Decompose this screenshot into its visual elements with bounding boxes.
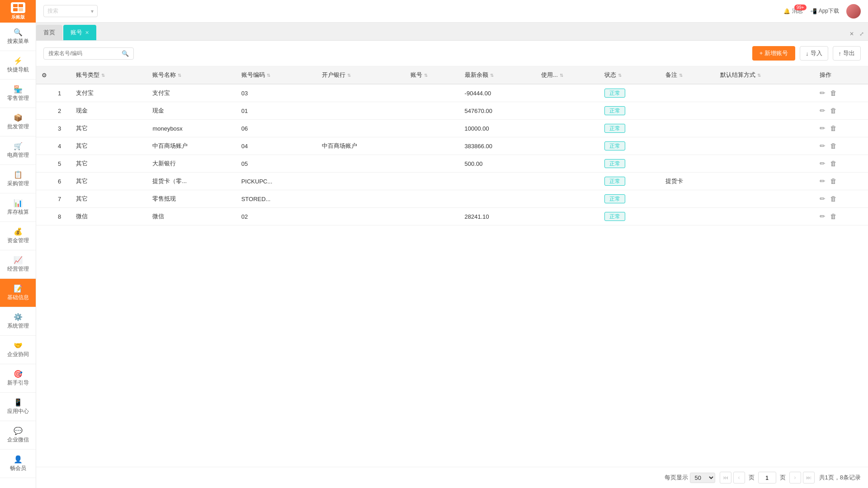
page-number-input[interactable] [758,472,776,483]
th-account-code[interactable]: 账号编码⇅ [236,66,316,84]
delete-icon[interactable]: 🗑 [830,160,837,168]
delete-icon[interactable]: 🗑 [830,107,837,115]
cell-account-name: 支付宝 [147,84,236,102]
th-usage[interactable]: 使用...⇅ [536,66,599,84]
search-input[interactable] [48,50,119,56]
sidebar-item-wholesale-mgmt[interactable]: 📦 批发管理 [0,108,36,136]
cell-default-settlement [715,173,814,190]
edit-icon[interactable]: ✏ [820,142,826,150]
delete-icon[interactable]: 🗑 [830,142,837,150]
edit-icon[interactable]: ✏ [820,107,826,115]
export-button[interactable]: ↑ 导出 [833,46,861,61]
tab-account-close[interactable]: ✕ [85,30,89,36]
edit-icon[interactable]: ✏ [820,89,826,97]
th-bank[interactable]: 开户银行⇅ [316,66,405,84]
table-row: 2 现金 现金 01 547670.00 正常 ✏ 🗑 [36,102,868,120]
table-row: 6 其它 提货卡（零... PICKUPC... 正常 提货卡 ✏ 🗑 [36,173,868,190]
delete-icon[interactable]: 🗑 [830,124,837,132]
sidebar-item-search-menu[interactable]: 🔍 搜索菜单 [0,23,36,51]
sidebar-item-system-mgmt[interactable]: ⚙️ 系统管理 [0,307,36,336]
svg-rect-1 [19,4,23,7]
cell-status: 正常 [599,137,660,155]
cell-action: ✏ 🗑 [814,190,868,208]
cell-account-name: 微信 [147,208,236,225]
cell-status: 正常 [599,190,660,208]
sidebar-item-enterprise-wechat[interactable]: 💬 企业微信 [0,421,36,450]
tab-home[interactable]: 首页 [36,25,62,40]
cell-account-code: 06 [236,120,316,137]
search-input-wrap[interactable]: 🔍 [43,47,134,60]
th-status[interactable]: 状态⇅ [599,66,660,84]
edit-icon[interactable]: ✏ [820,177,826,185]
cell-usage [536,155,599,173]
content-area: 🔍 + 新增账号 ↓ 导入 ↑ 导出 ⚙ [36,41,868,488]
cell-settings [36,102,52,120]
edit-icon[interactable]: ✏ [820,124,826,132]
page-label: 页 [749,474,755,482]
cell-balance: 383866.00 [459,137,536,155]
avatar[interactable] [846,4,861,19]
cell-usage [536,84,599,102]
sidebar-item-operations-mgmt[interactable]: 📈 经营管理 [0,250,36,279]
cell-remark: 提货卡 [660,173,715,190]
cell-settings [36,208,52,225]
cell-account-name: 现金 [147,102,236,120]
edit-icon[interactable]: ✏ [820,195,826,203]
page-first-btn[interactable]: ⏮ [720,472,731,483]
window-close-btn[interactable]: ✕ [847,29,856,38]
import-icon: ↓ [806,50,809,57]
cell-account-code: 04 [236,137,316,155]
sidebar-item-enterprise-agreement[interactable]: 🤝 企业协同 [0,336,36,364]
sidebar-item-member[interactable]: 👤 畅会员 [0,450,36,478]
delete-icon[interactable]: 🗑 [830,195,837,203]
page-size-dropdown[interactable]: 50 10 20 100 [690,473,715,483]
table-row: 5 其它 大新银行 05 500.00 正常 ✏ 🗑 [36,155,868,173]
page-next-btn[interactable]: › [789,472,801,483]
cell-status: 正常 [599,84,660,102]
edit-icon[interactable]: ✏ [820,160,826,168]
app-center-icon: 📱 [14,398,23,407]
add-account-button[interactable]: + 新增账号 [752,46,795,61]
th-remark[interactable]: 备注⇅ [660,66,715,84]
sidebar-item-retail-mgmt[interactable]: 🏪 零售管理 [0,80,36,108]
cell-status: 正常 [599,208,660,225]
delete-icon[interactable]: 🗑 [830,177,837,185]
page-prev-btn[interactable]: ‹ [733,472,745,483]
th-default-settlement[interactable]: 默认结算方式⇅ [715,66,814,84]
cell-settings [36,84,52,102]
th-balance[interactable]: 最新余额⇅ [459,66,536,84]
topbar-dropdown-icon[interactable]: ▾ [91,8,94,14]
th-account-no[interactable]: 账号⇅ [405,66,459,84]
sidebar-item-ecommerce-mgmt[interactable]: 🛒 电商管理 [0,136,36,165]
tab-account[interactable]: 账号 ✕ [63,25,96,40]
sidebar-item-inventory-calc[interactable]: 📊 库存核算 [0,193,36,222]
search-menu-icon: 🔍 [14,28,23,37]
msg-button[interactable]: 🔔 消息 99+ [783,7,803,15]
th-settings[interactable]: ⚙ [36,66,52,84]
cell-usage [536,208,599,225]
th-account-name[interactable]: 账号名称⇅ [147,66,236,84]
delete-icon[interactable]: 🗑 [830,89,837,97]
th-account-type[interactable]: 账号类型⇅ [71,66,147,84]
delete-icon[interactable]: 🗑 [830,212,837,221]
topbar-search[interactable]: 搜索 ▾ [43,5,98,17]
sidebar-item-app-center[interactable]: 📱 应用中心 [0,393,36,421]
window-expand-btn[interactable]: ⤢ [857,29,866,38]
sidebar-item-basic-info[interactable]: 📝 基础信息 [0,279,36,307]
page-last-btn[interactable]: ⏭ [803,472,815,483]
sidebar-item-purchase-mgmt[interactable]: 📋 采购管理 [0,165,36,193]
table-row: 3 其它 moneybosx 06 10000.00 正常 ✏ 🗑 [36,120,868,137]
cell-action: ✏ 🗑 [814,102,868,120]
th-index [52,66,71,84]
edit-icon[interactable]: ✏ [820,212,826,221]
app-download-button[interactable]: 📲 App下载 [810,7,839,15]
import-button[interactable]: ↓ 导入 [800,46,828,61]
wholesale-icon: 📦 [14,113,23,122]
cell-default-settlement [715,155,814,173]
cell-remark [660,102,715,120]
cell-index: 5 [52,155,71,173]
sidebar-item-new-guide[interactable]: 🎯 新手引导 [0,364,36,393]
sidebar-item-quick-nav[interactable]: ⚡ 快捷导航 [0,51,36,80]
sidebar-item-finance-mgmt[interactable]: 💰 资金管理 [0,222,36,250]
status-badge: 正常 [604,177,625,186]
